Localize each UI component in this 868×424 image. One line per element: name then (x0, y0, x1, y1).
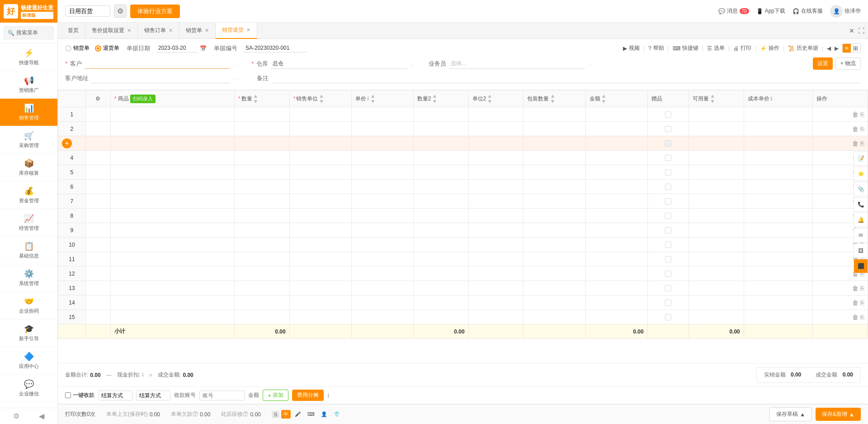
unit2-sort[interactable]: ▲▼ (487, 93, 492, 104)
list-view-btn[interactable]: ≡ (843, 44, 851, 52)
avail-sort[interactable]: ▲▼ (710, 93, 715, 104)
product-cell[interactable] (110, 107, 234, 122)
price-info-icon[interactable]: ℹ (367, 95, 369, 102)
unit2-cell[interactable] (468, 107, 524, 122)
gift-checkbox[interactable] (665, 285, 671, 291)
tab-fullscreen[interactable]: ⛶ (858, 27, 864, 34)
mic-icon-btn[interactable]: 🎤 (292, 410, 303, 418)
copy-row-btn[interactable]: ⎘ (860, 111, 864, 118)
delete-row-btn[interactable]: 🗑 (852, 140, 859, 147)
pack-sort[interactable]: ▲▼ (550, 93, 555, 104)
price-cell-active[interactable] (351, 136, 413, 151)
avail-cell[interactable] (689, 122, 744, 136)
gift-checkbox[interactable] (665, 155, 671, 161)
experience-btn[interactable]: 体验行业方案 (130, 5, 180, 18)
settings-btn[interactable]: 设置 (813, 57, 833, 70)
one-key-pay-checkbox[interactable]: 一键收款 (65, 391, 94, 399)
history-btn[interactable]: 📜 历史单据 (788, 44, 818, 52)
add-row-btn[interactable]: + (62, 138, 72, 148)
cost-cell[interactable] (744, 122, 812, 136)
select-btn[interactable]: ☰ 选单 (707, 44, 725, 52)
qty2-cell[interactable] (413, 107, 468, 122)
qty-sort[interactable]: ▲▼ (253, 93, 259, 104)
product-cell[interactable] (110, 122, 234, 136)
save-new-btn[interactable]: 保存&新增 ▲ (816, 408, 861, 421)
address-more-dots[interactable]: ... (233, 76, 237, 81)
print-btn[interactable]: 🖨 打印 (733, 44, 751, 52)
calc-method-select[interactable]: 结算方式 (136, 391, 170, 400)
tab-sales-return-close[interactable]: ✕ (246, 27, 250, 33)
unit-sort[interactable]: ▲▼ (319, 93, 324, 104)
price-sort[interactable]: ▲▼ (370, 93, 376, 104)
sidebar-item-system[interactable]: ⚙️ 系统管理 (0, 264, 57, 292)
cash-discount-info[interactable]: ℹ (142, 372, 144, 378)
s-icon-btn[interactable]: S (272, 411, 279, 418)
scan-btn[interactable]: 扫码录入 (130, 95, 156, 103)
tab-close-all[interactable]: ✕ (849, 27, 854, 34)
gift-checkbox[interactable] (665, 300, 671, 306)
amount-cell[interactable] (585, 107, 647, 122)
industry-selector[interactable]: 日用百货 (65, 5, 110, 17)
header-gear-button[interactable]: ⚙ (114, 5, 127, 18)
gift-checkbox[interactable] (665, 314, 671, 320)
float-attach-btn[interactable]: 📎 (854, 182, 868, 196)
copy-row-btn[interactable]: ⎘ (860, 125, 864, 133)
product-input-active[interactable] (114, 140, 231, 147)
calendar-icon[interactable]: 📅 (200, 45, 207, 52)
gift-checkbox[interactable] (665, 242, 671, 248)
tab-sales-order[interactable]: 销售订单 ✕ (138, 23, 179, 39)
pack-cell[interactable] (524, 122, 585, 136)
video-btn[interactable]: ▶ 视频 (623, 44, 640, 52)
sidebar-item-member[interactable]: 👑 畅会员 (0, 402, 57, 408)
user-info[interactable]: 👤 徐泽华 (830, 5, 861, 18)
tab-price-settings[interactable]: 售价提取设置 ✕ (85, 23, 138, 39)
cost-cell[interactable] (744, 107, 812, 122)
address-input[interactable] (91, 73, 230, 83)
gift-checkbox[interactable] (665, 169, 671, 176)
tab-sales-delivery-close[interactable]: ✕ (205, 28, 209, 33)
shirt-icon-btn[interactable]: 👕 (331, 410, 342, 418)
qty-cell[interactable] (234, 122, 289, 136)
product-cell-active[interactable] (110, 136, 234, 151)
float-active-btn[interactable]: ⬛ (854, 259, 868, 273)
gift-checkbox[interactable] (665, 184, 671, 190)
copy-row-btn[interactable]: ⎘ (860, 299, 864, 306)
grid-view-btn[interactable]: ⊞ (851, 44, 860, 52)
message-btn[interactable]: 💬 消息 70 (718, 7, 749, 15)
save-draft-btn[interactable]: 保存草稿 ▲ (769, 407, 812, 421)
unit-cell[interactable] (289, 107, 351, 122)
cost-info-icon[interactable]: ℹ (770, 95, 773, 102)
qty-cell-active[interactable] (234, 136, 289, 151)
prev-doc-btn[interactable]: ◀ (827, 45, 831, 52)
sidebar-item-purchase[interactable]: 🛒 采购管理 (0, 126, 57, 154)
sidebar-item-enterprise[interactable]: 🤝 企业协同 (0, 292, 57, 319)
float-phone-btn[interactable]: 📞 (854, 197, 868, 212)
sidebar-item-finance[interactable]: 💰 资金管理 (0, 181, 57, 209)
price-cell[interactable] (351, 107, 413, 122)
gift-checkbox[interactable] (665, 227, 671, 233)
float-image-btn[interactable]: 🖼 (854, 243, 868, 258)
keyboard-icon-btn[interactable]: ⌨ (305, 410, 317, 418)
delete-row-btn[interactable]: 🗑 (852, 125, 859, 133)
sidebar-item-basic-info[interactable]: 📋 基础信息 (0, 237, 57, 264)
qty2-sort[interactable]: ▲▼ (432, 93, 437, 104)
delete-row-btn[interactable]: 🗑 (852, 299, 859, 306)
copy-row-btn[interactable]: ⎘ (860, 140, 864, 147)
sales-delivery-radio[interactable]: 销货单 (65, 44, 90, 52)
note-input[interactable] (271, 73, 861, 83)
float-mail-btn[interactable]: ✉ (854, 228, 868, 243)
qty2-cell-active[interactable] (413, 136, 468, 151)
shortcuts-btn[interactable]: ⌨ 快捷键 (673, 44, 698, 52)
tab-sales-delivery[interactable]: 销货单 ✕ (179, 23, 216, 39)
doc-num-value[interactable]: SA-20230320-001 (244, 44, 307, 52)
account-input[interactable] (199, 391, 245, 400)
warehouse-input[interactable]: 总仓 (271, 59, 407, 69)
tab-sales-order-close[interactable]: ✕ (169, 28, 173, 33)
avail-cell-active[interactable] (689, 136, 744, 151)
pack-cell[interactable] (524, 107, 585, 122)
float-notify-btn[interactable]: 🔔 (854, 213, 868, 227)
gift-cell[interactable] (647, 122, 689, 136)
sidebar-item-wechat[interactable]: 💬 企业微信 (0, 375, 57, 402)
customer-input[interactable] (85, 59, 230, 69)
unit-cell[interactable] (289, 122, 351, 136)
